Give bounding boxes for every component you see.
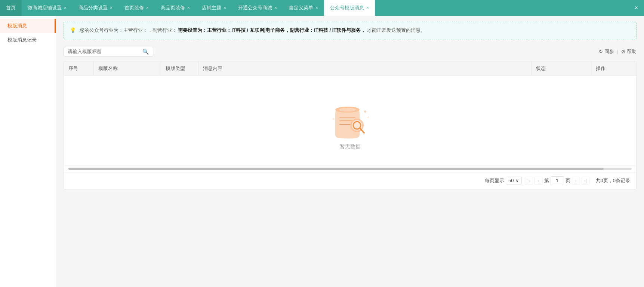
empty-illustration <box>328 98 373 143</box>
svg-point-13 <box>333 118 334 120</box>
col-header-seq-label: 序号 <box>68 65 78 71</box>
nav-home-decoration-label: 首页装修 <box>124 4 144 11</box>
last-page-button[interactable]: ›| <box>582 177 590 185</box>
notice-box: 💡 您的公众号行业为：主营行业：，副营行业： 需要设置为：主营行业：IT科技 /… <box>64 22 637 39</box>
close-shop-theme[interactable]: × <box>224 5 226 10</box>
scroll-thumb <box>68 168 604 170</box>
col-header-name: 模版名称 <box>94 61 161 76</box>
global-close-button[interactable]: × <box>629 0 644 16</box>
close-open-mall[interactable]: × <box>274 5 277 10</box>
page-nav: |‹ ‹ 第 页 › ›| <box>525 176 590 185</box>
sidebar: 模版消息 模版消息记录 <box>0 16 56 287</box>
search-actions: ↻ 同步 | ⊘ 帮助 <box>599 48 637 55</box>
svg-point-11 <box>364 110 366 113</box>
nav-home-label: 首页 <box>6 4 16 11</box>
close-template-msg[interactable]: × <box>366 5 369 10</box>
page-input[interactable] <box>551 176 564 185</box>
content-area: 💡 您的公众号行业为：主营行业：，副营行业： 需要设置为：主营行业：IT科技 /… <box>56 16 644 287</box>
col-header-type: 模版类型 <box>161 61 198 76</box>
search-bar: 🔍 ↻ 同步 | ⊘ 帮助 <box>64 47 637 57</box>
col-header-content-label: 消息内容 <box>203 65 222 71</box>
sync-button[interactable]: ↻ 同步 <box>599 48 614 55</box>
page-unit-label: 页 <box>566 177 570 184</box>
help-label: 帮助 <box>627 48 637 55</box>
nav-shop-theme[interactable]: 店铺主题 × <box>196 0 232 16</box>
col-header-type-label: 模版类型 <box>166 65 185 71</box>
nav-shop-settings[interactable]: 微商城店铺设置 × <box>22 0 73 16</box>
prev-page-icon: ‹ <box>538 178 539 183</box>
nav-template-msg[interactable]: 公众号模版消息 × <box>324 0 375 16</box>
pagination: 每页显示 50 ∨ |‹ ‹ 第 页 <box>64 172 636 189</box>
nav-custom-menu-label: 自定义菜单 <box>289 4 313 11</box>
page-size-value: 50 <box>508 178 514 183</box>
nav-shop-theme-label: 店铺主题 <box>202 4 221 11</box>
nav-custom-menu[interactable]: 自定义菜单 × <box>283 0 324 16</box>
close-category-settings[interactable]: × <box>110 5 113 10</box>
col-header-op: 操作 <box>591 61 636 76</box>
nav-category-settings-label: 商品分类设置 <box>78 4 108 11</box>
svg-point-3 <box>339 108 355 112</box>
sidebar-item-template-msg-log[interactable]: 模版消息记录 <box>0 33 56 47</box>
col-header-name-label: 模版名称 <box>98 65 118 71</box>
first-page-icon: |‹ <box>527 178 530 183</box>
sidebar-item-template-msg-log-label: 模版消息记录 <box>7 37 37 43</box>
divider: | <box>617 49 618 54</box>
nav-shop-settings-label: 微商城店铺设置 <box>28 4 62 11</box>
close-home-decoration[interactable]: × <box>146 5 149 10</box>
nav-product-decoration[interactable]: 商品页装修 × <box>155 0 196 16</box>
table-header: 序号 模版名称 模版类型 消息内容 状态 操作 <box>64 61 636 76</box>
col-header-status: 状态 <box>531 61 591 76</box>
last-page-icon: ›| <box>584 178 587 183</box>
sidebar-item-template-msg[interactable]: 模版消息 <box>0 19 56 33</box>
search-input[interactable] <box>68 49 142 54</box>
search-input-wrapper: 🔍 <box>64 47 153 57</box>
nav-product-decoration-label: 商品页装修 <box>161 4 185 11</box>
next-page-icon: › <box>575 178 577 183</box>
notice-suffix: 才能正常发送预置的消息。 <box>367 27 425 33</box>
next-page-button[interactable]: › <box>572 177 580 185</box>
nav-open-mall[interactable]: 开通公众号商城 × <box>232 0 283 16</box>
sidebar-item-template-msg-label: 模版消息 <box>7 23 27 28</box>
main-layout: 模版消息 模版消息记录 💡 您的公众号行业为：主营行业：，副营行业： 需要设置为… <box>0 16 644 287</box>
nav-home-decoration[interactable]: 首页装修 × <box>118 0 155 16</box>
scroll-track <box>68 168 632 170</box>
close-product-decoration[interactable]: × <box>187 5 190 10</box>
close-shop-settings[interactable]: × <box>64 5 67 10</box>
col-header-seq: 序号 <box>64 61 94 76</box>
help-icon: ⊘ <box>621 49 625 54</box>
col-header-status-label: 状态 <box>536 65 546 71</box>
nav-home[interactable]: 首页 <box>0 0 22 16</box>
page-current-label: 第 <box>544 177 549 184</box>
col-header-content: 消息内容 <box>198 61 531 76</box>
empty-state: 暂无数据 <box>64 76 636 165</box>
first-page-button[interactable]: |‹ <box>525 177 533 185</box>
page-size-label: 每页显示 <box>485 177 504 184</box>
horizontal-scrollbar[interactable] <box>64 165 636 172</box>
col-header-op-label: 操作 <box>596 65 606 71</box>
nav-open-mall-label: 开通公众号商城 <box>238 4 272 11</box>
page-size-select: 每页显示 50 ∨ <box>485 177 521 184</box>
chevron-down-icon: ∨ <box>515 178 519 183</box>
help-button[interactable]: ⊘ 帮助 <box>621 48 637 55</box>
page-input-box: 第 页 <box>544 176 570 185</box>
top-nav: 首页 微商城店铺设置 × 商品分类设置 × 首页装修 × 商品页装修 × 店铺主… <box>0 0 644 16</box>
notice-icon: 💡 <box>70 27 76 33</box>
nav-template-msg-label: 公众号模版消息 <box>330 4 364 11</box>
nav-category-settings[interactable]: 商品分类设置 × <box>73 0 118 16</box>
svg-point-12 <box>367 116 369 118</box>
page-size-dropdown[interactable]: 50 ∨ <box>506 177 521 184</box>
total-info: 共0页，0条记录 <box>596 177 630 184</box>
sync-label: 同步 <box>604 48 614 55</box>
table-wrapper: 序号 模版名称 模版类型 消息内容 状态 操作 <box>64 61 637 189</box>
search-icon[interactable]: 🔍 <box>142 49 149 55</box>
empty-text: 暂无数据 <box>340 143 361 150</box>
notice-prefix: 您的公众号行业为：主营行业：，副营行业： <box>80 27 177 33</box>
close-custom-menu[interactable]: × <box>315 5 318 10</box>
prev-page-button[interactable]: ‹ <box>534 177 543 185</box>
sync-icon: ↻ <box>599 49 603 54</box>
notice-highlight: 需要设置为：主营行业：IT科技 / 互联网|电子商务，副营行业：IT科技 / I… <box>178 27 366 33</box>
